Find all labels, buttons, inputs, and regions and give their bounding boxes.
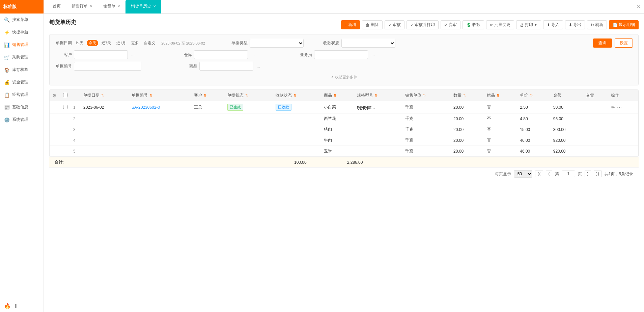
filter-collect-status-select[interactable]: [341, 39, 395, 48]
sidebar-bottom-icon1[interactable]: 🔥: [4, 303, 11, 309]
date-tab-yesterday[interactable]: 昨天: [74, 40, 85, 46]
cell-qty: 20.00: [451, 135, 484, 146]
tab-sales-delivery[interactable]: 销货单 ✕: [98, 0, 125, 14]
date-tab-today[interactable]: 今天: [87, 40, 98, 46]
page-size-label: 每页显示: [495, 171, 511, 177]
col-collect-status[interactable]: 收款状态 ⇅: [273, 90, 321, 101]
export-label: 导出: [573, 22, 581, 28]
new-button[interactable]: + 新增: [341, 20, 360, 29]
filter-docno-input[interactable]: [74, 62, 141, 71]
cell-customer: 王总: [191, 101, 225, 113]
settings-button[interactable]: 设置: [615, 38, 633, 48]
filter-doc-type-select[interactable]: [250, 39, 304, 48]
cell-gift: 否: [484, 101, 517, 113]
filter-product-label: 商品: [180, 63, 197, 69]
tab-sales-history-close[interactable]: ✕: [153, 4, 156, 8]
col-customer[interactable]: 客户 ⇅: [191, 90, 225, 101]
filter-product-input[interactable]: [199, 62, 253, 71]
cell-doc-date: [81, 113, 129, 124]
audit-button[interactable]: ✓ 审核: [385, 20, 404, 29]
date-tab-custom[interactable]: 自定义: [142, 40, 157, 46]
cell-transaction: [583, 135, 608, 146]
import-button[interactable]: ⬆ 导入: [543, 20, 563, 29]
export-button[interactable]: ⬇ 导出: [565, 20, 585, 29]
sidebar-item-inventory[interactable]: 🏠 库存核算: [0, 63, 44, 76]
cell-doc-status: [225, 135, 273, 146]
tab-sales-order[interactable]: 销售订单 ✕: [66, 0, 98, 14]
filter-salesperson-input[interactable]: [314, 50, 368, 59]
sidebar-item-sales[interactable]: 📊 销售管理: [0, 38, 44, 51]
cell-amount: 50.00: [551, 101, 583, 113]
sort-unit-icon: ⇅: [423, 94, 426, 97]
date-tab-more[interactable]: 更多: [129, 40, 141, 46]
cell-product: 猪肉: [321, 124, 355, 135]
edit-icon[interactable]: ✏: [611, 105, 615, 110]
col-doc-date[interactable]: 单据日期 ⇅: [81, 90, 129, 101]
cell-checkbox: [60, 146, 71, 157]
delete-button[interactable]: 🗑 删除: [362, 20, 383, 29]
sidebar-item-purchase[interactable]: 🛒 采购管理: [0, 51, 44, 63]
col-unit[interactable]: 销售单位 ⇅: [402, 90, 451, 101]
last-page-button[interactable]: ⟩⟩: [594, 171, 602, 177]
col-qty[interactable]: 数量 ⇅: [451, 90, 484, 101]
page-size-select[interactable]: 50 100 200: [514, 170, 532, 178]
print-button[interactable]: 🖨 打印 ▼: [516, 20, 541, 29]
print-label: 打印: [525, 22, 533, 28]
warehouse-dots[interactable]: ...: [250, 52, 256, 57]
row-checkbox[interactable]: [63, 105, 67, 109]
more-icon[interactable]: ⋯: [617, 105, 622, 110]
cell-action: [608, 146, 638, 157]
date-tab-1month[interactable]: 近1月: [114, 40, 128, 46]
sidebar-item-system[interactable]: ⚙️ 系统管理: [0, 113, 44, 126]
show-detail-icon: 📄: [613, 23, 618, 27]
tab-sales-delivery-close[interactable]: ✕: [117, 4, 120, 8]
filter-salesperson-item: 业务员 ...: [295, 50, 376, 59]
batch-change-button[interactable]: ✏ 批量变更: [486, 20, 514, 29]
sidebar-item-search-menu[interactable]: 🔍 搜索菜单: [0, 14, 44, 26]
cell-product: 西兰花: [321, 113, 355, 124]
col-qty-label: 数量: [453, 93, 461, 98]
doc-no-link[interactable]: SA-20230602-0: [132, 105, 160, 110]
sidebar-item-finance[interactable]: 💰 资金管理: [0, 76, 44, 88]
col-gift[interactable]: 赠品 ⇅: [484, 90, 517, 101]
col-spec[interactable]: 规格型号 ⇅: [354, 90, 402, 101]
col-product[interactable]: 商品 ⇅: [321, 90, 355, 101]
filter-collect-status-label: 收款状态: [323, 40, 339, 46]
cell-checkbox: [60, 135, 71, 146]
sidebar-item-basic-info[interactable]: 📰 基础信息: [0, 101, 44, 113]
collapse-button[interactable]: ∧ 收起更多条件: [55, 73, 633, 81]
batch-change-icon: ✏: [490, 23, 493, 27]
date-tab-7days[interactable]: 近7天: [100, 40, 113, 46]
tab-sales-order-close[interactable]: ✕: [90, 4, 92, 8]
operations-icon: 📋: [4, 92, 9, 98]
sidebar-bottom-icon2[interactable]: ⏸: [13, 303, 19, 309]
customer-dots[interactable]: ...: [130, 52, 136, 57]
audit-print-button[interactable]: ✓ 审核并打印: [407, 20, 439, 29]
tab-bar-close[interactable]: ✕: [637, 4, 641, 9]
salesperson-dots[interactable]: ...: [370, 52, 376, 57]
tab-sales-history[interactable]: 销货单历史 ✕: [125, 0, 161, 14]
col-price[interactable]: 单价 ⇅: [517, 90, 551, 101]
col-doc-status[interactable]: 单据状态 ⇅: [225, 90, 273, 101]
prev-page-button[interactable]: ⟨: [546, 171, 552, 177]
col-doc-no[interactable]: 单据编号 ⇅: [129, 90, 191, 101]
abandon-button[interactable]: ⊘ 弃审: [441, 20, 460, 29]
page-number-input[interactable]: [562, 171, 575, 177]
col-doc-date-label: 单据日期: [83, 93, 100, 98]
collect-button[interactable]: 💲 收款: [463, 20, 484, 29]
product-dots[interactable]: ...: [255, 64, 261, 69]
query-button[interactable]: 查询: [593, 38, 612, 48]
filter-customer-input[interactable]: [74, 50, 128, 59]
first-page-button[interactable]: ⟨⟨: [535, 171, 543, 177]
next-page-button[interactable]: ⟩: [585, 171, 591, 177]
sidebar-item-quick-nav[interactable]: ⚡ 快捷导航: [0, 26, 44, 38]
show-detail-button[interactable]: 📄 显示明细: [609, 20, 639, 29]
select-all-checkbox[interactable]: [63, 93, 67, 97]
filter-warehouse-input[interactable]: [194, 50, 248, 59]
tab-home[interactable]: 首页: [47, 0, 66, 14]
table-gear-icon[interactable]: ⚙: [52, 93, 57, 98]
col-action: 操作: [608, 90, 638, 101]
sidebar-item-operations[interactable]: 📋 经营管理: [0, 88, 44, 101]
refresh-button[interactable]: ↻ 刷新: [587, 20, 607, 29]
new-label: 新增: [348, 22, 356, 28]
